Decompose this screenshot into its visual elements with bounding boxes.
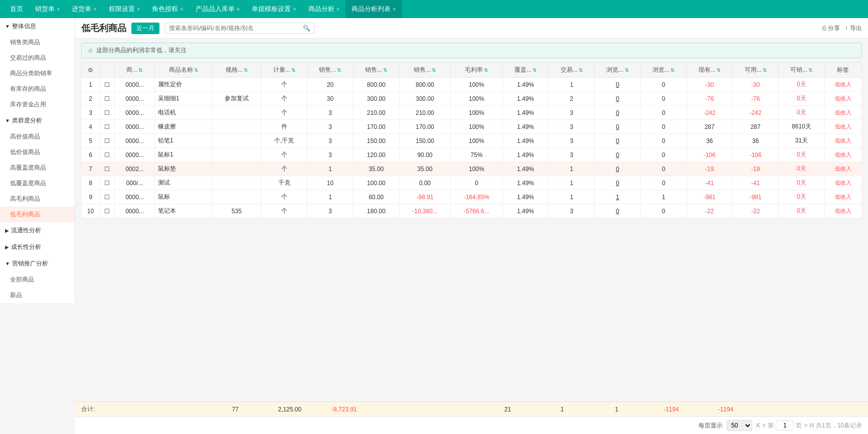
- last-page-button[interactable]: H: [809, 422, 814, 429]
- col-name[interactable]: 商品名称⇅: [154, 63, 212, 78]
- nav-close-icon[interactable]: ×: [336, 6, 339, 12]
- sidebar-item-低毛利商品[interactable]: 低毛利商品: [0, 207, 75, 222]
- sidebar-group-营销推广分析[interactable]: ▼营销推广分析: [0, 255, 75, 272]
- col-sale_price[interactable]: 销售...⇅: [353, 63, 399, 78]
- sidebar-item-高覆盖度商品[interactable]: 高覆盖度商品: [0, 160, 75, 176]
- nav-close-icon[interactable]: ×: [237, 6, 240, 12]
- col-coverage[interactable]: 覆盖...⇅: [502, 63, 549, 78]
- col-transaction[interactable]: 交易...⇅: [549, 63, 595, 78]
- col-view1[interactable]: 浏览...⇅: [595, 63, 641, 78]
- sidebar-item-销售类商品[interactable]: 销售类商品: [0, 35, 75, 50]
- col-spec[interactable]: 规格...⇅: [212, 63, 261, 78]
- sidebar-item-全部商品[interactable]: 全部商品: [0, 272, 75, 287]
- view-link[interactable]: 0: [616, 81, 619, 88]
- col-available_stock[interactable]: 可用...⇅: [733, 63, 779, 78]
- col-gross_margin[interactable]: 毛利率⇅: [451, 63, 503, 78]
- cell-checkbox[interactable]: ☐: [100, 120, 115, 134]
- cell-unit: 千克: [261, 176, 307, 190]
- nav-item-角色授权[interactable]: 角色授权 ×: [146, 0, 189, 18]
- col-unit[interactable]: 计量...⇅: [261, 63, 307, 78]
- footer-available-stock: -1194: [699, 406, 753, 413]
- cell-checkbox[interactable]: ☐: [100, 162, 115, 176]
- cell-no: 5: [82, 134, 100, 148]
- nav-close-icon[interactable]: ×: [293, 6, 296, 12]
- first-page-button[interactable]: K: [756, 422, 760, 429]
- nav-item-销货单[interactable]: 销货单 ×: [29, 0, 66, 18]
- cell-name: 吴细细1: [154, 92, 212, 106]
- sidebar-item-低价值商品[interactable]: 低价值商品: [0, 144, 75, 160]
- view-link[interactable]: 0: [616, 208, 619, 215]
- cell-checkbox[interactable]: ☐: [100, 190, 115, 204]
- sidebar-group-流通性分析[interactable]: ▶流通性分析: [0, 222, 75, 239]
- col-sale_qty[interactable]: 销售...⇅: [307, 63, 354, 78]
- cell-transaction: 2: [549, 92, 595, 106]
- sidebar-item-新品[interactable]: 新品: [0, 287, 75, 303]
- view-link[interactable]: 0: [616, 109, 619, 116]
- page-suffix: 页: [796, 421, 802, 430]
- view-link[interactable]: 0: [616, 166, 619, 173]
- cell-unit: 个: [261, 190, 307, 204]
- nav-item-单据模板设置[interactable]: 单据模板设置 ×: [246, 0, 302, 18]
- view-link[interactable]: 0: [616, 180, 619, 187]
- col-code[interactable]: 商...⇅: [115, 63, 155, 78]
- cell-gross_margin: 100%: [451, 92, 503, 106]
- nav-close-icon[interactable]: ×: [393, 6, 396, 12]
- sidebar-group-成长性分析[interactable]: ▶成长性分析: [0, 239, 75, 255]
- nav-item-商品分析列表[interactable]: 商品分析列表 ×: [345, 0, 402, 18]
- sidebar-item-库存资金占用[interactable]: 库存资金占用: [0, 97, 75, 112]
- cell-checkbox[interactable]: ☐: [100, 92, 115, 106]
- col-view2[interactable]: 浏览...⇅: [640, 63, 686, 78]
- page-input[interactable]: [776, 420, 794, 430]
- cell-no: 9: [82, 190, 100, 204]
- sidebar-item-商品分类助销率[interactable]: 商品分类助销率: [0, 66, 75, 81]
- sidebar-item-高毛利商品[interactable]: 高毛利商品: [0, 191, 75, 207]
- col-saleable_days[interactable]: 可销...⇅: [779, 63, 825, 78]
- cell-sale_qty: 3: [307, 148, 354, 162]
- view-link[interactable]: 0: [616, 95, 619, 102]
- col-current_stock[interactable]: 现有...⇅: [686, 63, 733, 78]
- nav-item-首页[interactable]: 首页: [4, 0, 29, 18]
- col-sale_amount[interactable]: 销售...⇅: [399, 63, 451, 78]
- cell-checkbox[interactable]: ☐: [100, 148, 115, 162]
- tag-badge: 低收入: [835, 137, 851, 143]
- nav-item-产品品入库单[interactable]: 产品品入库单 ×: [190, 0, 246, 18]
- export-button[interactable]: ↑ 导出: [845, 24, 862, 33]
- filter-button[interactable]: 近一月: [131, 23, 159, 34]
- sidebar-item-低覆盖度商品[interactable]: 低覆盖度商品: [0, 176, 75, 191]
- share-button[interactable]: ⎙ 分享: [822, 24, 840, 33]
- cell-checkbox[interactable]: ☐: [100, 176, 115, 190]
- cell-unit: 件: [261, 120, 307, 134]
- nav-close-icon[interactable]: ×: [57, 6, 60, 12]
- cell-view1: 0: [595, 134, 641, 148]
- sidebar-item-有库存的商品[interactable]: 有库存的商品: [0, 81, 75, 97]
- tag-badge: 低收入: [835, 95, 851, 101]
- nav-close-icon[interactable]: ×: [137, 6, 140, 12]
- search-input[interactable]: [169, 25, 300, 32]
- tag-badge: 低收入: [835, 208, 851, 214]
- nav-item-商品分析[interactable]: 商品分析 ×: [302, 0, 345, 18]
- nav-close-icon[interactable]: ×: [180, 6, 183, 12]
- view-link[interactable]: 0: [616, 123, 619, 130]
- cell-checkbox[interactable]: ☐: [100, 78, 115, 92]
- cell-checkbox[interactable]: ☐: [100, 204, 115, 218]
- next-page-button[interactable]: >: [804, 422, 807, 429]
- cell-checkbox[interactable]: ☐: [100, 134, 115, 148]
- prev-page-button[interactable]: <: [762, 422, 766, 429]
- cell-checkbox[interactable]: ☐: [100, 106, 115, 120]
- cell-sale_qty: 10: [307, 176, 354, 190]
- search-icon[interactable]: 🔍: [303, 25, 310, 32]
- sidebar-group-类群度分析[interactable]: ▼类群度分析: [0, 112, 75, 129]
- cell-code: 000/...: [115, 176, 155, 190]
- nav-item-进货单[interactable]: 进货单 ×: [66, 0, 102, 18]
- page-size-select[interactable]: 50 20 100: [727, 420, 752, 431]
- value-red: -22: [705, 208, 714, 215]
- nav-close-icon[interactable]: ×: [93, 6, 96, 12]
- sidebar-item-交易过的商品[interactable]: 交易过的商品: [0, 50, 75, 66]
- sidebar-group-整体信息[interactable]: ▼整体信息: [0, 18, 75, 35]
- nav-item-权限设置[interactable]: 权限设置 ×: [103, 0, 146, 18]
- view-link[interactable]: 1: [616, 194, 619, 201]
- view-link[interactable]: 0: [616, 152, 619, 159]
- sidebar-item-高价值商品[interactable]: 高价值商品: [0, 129, 75, 144]
- cell-current_stock: -19: [686, 162, 733, 176]
- view-link[interactable]: 0: [616, 137, 619, 144]
